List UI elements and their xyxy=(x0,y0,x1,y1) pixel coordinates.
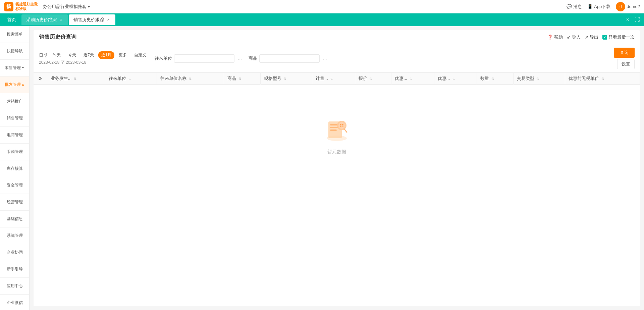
settings-button[interactable]: 设置 xyxy=(617,59,635,69)
date-btn-more[interactable]: 更多 xyxy=(116,51,130,59)
sidebar-item-retail[interactable]: 零售管理 ▼ xyxy=(0,60,29,76)
col-quantity[interactable]: 数量 ⇅ xyxy=(477,73,514,85)
basic-label: 基础信息 xyxy=(7,216,23,222)
col-unit[interactable]: 计量... ⇅ xyxy=(312,73,355,85)
sidebar-item-purchase[interactable]: 采购管理 xyxy=(0,144,29,160)
col-quote[interactable]: 报价 ⇅ xyxy=(355,73,391,85)
col-discount2[interactable]: 优惠... ⇅ xyxy=(434,73,477,85)
sidebar-item-basic[interactable]: 基础信息 xyxy=(0,211,29,227)
sidebar-item-finance[interactable]: 资金管理 xyxy=(0,177,29,194)
tab-home[interactable]: 首页 xyxy=(3,14,21,25)
tab-purchase-history[interactable]: 采购历史价跟踪 × xyxy=(21,14,68,25)
phone-icon: 📱 xyxy=(587,4,593,9)
tab-sales-close[interactable]: × xyxy=(106,17,111,22)
operations-label: 经营管理 xyxy=(7,199,23,205)
tab-bar: 首页 采购历史价跟踪 × 销售历史价跟踪 × × ⛶ xyxy=(0,13,644,26)
date-btn-today[interactable]: 今天 xyxy=(65,51,79,59)
empty-text: 暂元数据 xyxy=(327,149,346,155)
import-button[interactable]: ↙ 导入 xyxy=(567,34,581,40)
sidebar-item-wholesale[interactable]: 批发管理 ▲ xyxy=(0,76,29,93)
date-btn-last1month[interactable]: 近1月 xyxy=(98,51,115,59)
table-wrapper: ⚙ 业务发生... ⇅ 往来单位 ⇅ 往来单位名称 ⇅ 商品 ⇅ xyxy=(34,73,640,306)
date-filter-group: 日期 昨天 今天 近7天 近1月 更多 自定义 2023-02-18 至 202… xyxy=(39,51,149,65)
tab-sales-history[interactable]: 销售历史价跟踪 × xyxy=(69,14,115,25)
sort-icon-discount1: ⇅ xyxy=(409,77,412,81)
partner-input[interactable] xyxy=(174,54,234,63)
sidebar-item-ecommerce[interactable]: 电商管理 xyxy=(0,127,29,144)
tab-purchase-label: 采购历史价跟踪 xyxy=(26,17,57,23)
col-pretax-price[interactable]: 优惠前无税单价 ⇅ xyxy=(565,73,640,85)
app-download-button[interactable]: 📱 App下载 xyxy=(587,4,610,10)
col-partner-code[interactable]: 往来单位 ⇅ xyxy=(105,73,157,85)
only-last-checkbox-label[interactable]: ✓ 只看最后一次 xyxy=(602,34,635,40)
date-btn-yesterday[interactable]: 昨天 xyxy=(50,51,64,59)
sort-icon-product: ⇅ xyxy=(238,77,241,81)
app-selector[interactable]: 办公用品行业模拟账套 ▾ xyxy=(40,2,93,11)
sidebar-item-sales-mgmt[interactable]: 销售管理 xyxy=(0,110,29,127)
sidebar-item-newbie[interactable]: 新手引导 xyxy=(0,261,29,278)
sidebar-item-appcenter[interactable]: 应用中心 xyxy=(0,278,29,295)
maximize-button[interactable]: ⛶ xyxy=(633,15,641,24)
sidebar-item-operations[interactable]: 经营管理 xyxy=(0,194,29,211)
tab-sales-label: 销售历史价跟踪 xyxy=(73,17,104,23)
sort-icon-discount2: ⇅ xyxy=(452,77,455,81)
product-filter-group: 商品 ... xyxy=(249,54,328,63)
svg-rect-4 xyxy=(330,130,337,131)
product-input[interactable] xyxy=(259,54,320,63)
date-options: 昨天 今天 近7天 近1月 更多 自定义 xyxy=(50,51,149,59)
col-settings[interactable]: ⚙ xyxy=(34,73,47,85)
inventory-label: 库存核算 xyxy=(7,166,23,171)
sort-icon-trade-type: ⇅ xyxy=(536,77,539,81)
date-btn-custom[interactable]: 自定义 xyxy=(131,51,149,59)
col-business-date[interactable]: 业务发生... ⇅ xyxy=(47,73,105,85)
query-button[interactable]: 查询 xyxy=(614,48,635,58)
enterprise-label: 企业协同 xyxy=(7,250,23,255)
help-button[interactable]: ❓ 帮助 xyxy=(547,34,563,40)
filter-area: 日期 昨天 今天 近7天 近1月 更多 自定义 2023-02-18 至 202… xyxy=(34,44,640,73)
sidebar-item-wechat[interactable]: 企业微信 xyxy=(0,295,29,310)
col-discount1[interactable]: 优惠... ⇅ xyxy=(391,73,434,85)
wholesale-arrow: ▲ xyxy=(21,82,25,87)
date-btn-last7[interactable]: 近7天 xyxy=(80,51,97,59)
empty-illustration xyxy=(320,111,354,145)
date-label: 日期 xyxy=(39,52,48,58)
retail-arrow: ▼ xyxy=(21,65,25,70)
sidebar-item-shortcut[interactable]: 快捷导航 xyxy=(0,43,29,60)
sidebar-item-system[interactable]: 系统管理 xyxy=(0,227,29,244)
table-header-row: ⚙ 业务发生... ⇅ 往来单位 ⇅ 往来单位名称 ⇅ 商品 ⇅ xyxy=(34,73,640,85)
product-label: 商品 xyxy=(249,55,257,61)
product-dots-button[interactable]: ... xyxy=(322,55,328,62)
ecommerce-label: 电商管理 xyxy=(7,132,23,138)
export-icon: ↗ xyxy=(585,35,588,40)
sidebar-item-search[interactable]: 搜索菜单 xyxy=(0,26,29,43)
sidebar-item-enterprise[interactable]: 企业协同 xyxy=(0,244,29,261)
user-profile[interactable]: d demo2 xyxy=(616,2,640,11)
col-trade-type[interactable]: 交易类型 ⇅ xyxy=(513,73,565,85)
finance-label: 资金管理 xyxy=(7,183,23,188)
appcenter-label: 应用中心 xyxy=(7,283,23,289)
purchase-label: 采购管理 xyxy=(7,149,23,155)
tab-home-label: 首页 xyxy=(7,17,16,23)
app-name-label: 办公用品行业模拟账套 xyxy=(43,4,87,10)
col-partner-name[interactable]: 往来单位名称 ⇅ xyxy=(157,73,224,85)
sort-icon-partner-name: ⇅ xyxy=(189,77,192,81)
svg-line-7 xyxy=(344,129,347,132)
partner-filter-group: 往来单位 ... xyxy=(155,54,243,63)
sidebar-item-inventory[interactable]: 库存核算 xyxy=(0,160,29,177)
export-button[interactable]: ↗ 导出 xyxy=(585,34,598,40)
only-last-checkbox[interactable]: ✓ xyxy=(602,35,607,40)
sort-icon-partner-code: ⇅ xyxy=(128,77,131,81)
col-product[interactable]: 商品 ⇅ xyxy=(224,73,261,85)
message-button[interactable]: 💬 消息 xyxy=(567,4,582,10)
query-actions: 查询 设置 xyxy=(614,48,635,69)
sort-icon-unit: ⇅ xyxy=(330,77,333,81)
tab-purchase-close[interactable]: × xyxy=(59,17,63,22)
col-spec[interactable]: 规格型号 ⇅ xyxy=(260,73,312,85)
shortcut-label: 快捷导航 xyxy=(7,48,23,54)
message-icon: 💬 xyxy=(567,4,572,9)
main-layout: 搜索菜单 快捷导航 零售管理 ▼ 批发管理 ▲ 营销推广 销售管理 电商管理 xyxy=(0,26,644,310)
close-window-button[interactable]: × xyxy=(625,15,631,24)
sidebar-item-marketing[interactable]: 营销推广 xyxy=(0,93,29,110)
partner-dots-button[interactable]: ... xyxy=(236,55,243,62)
wholesale-label: 批发管理 xyxy=(5,82,21,88)
